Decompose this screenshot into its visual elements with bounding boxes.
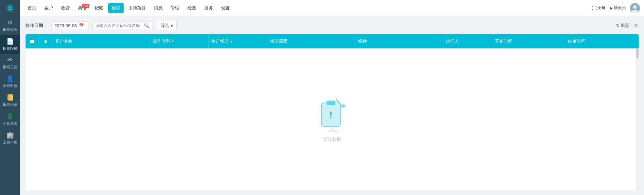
settings-icon: ⚙ xyxy=(44,39,48,44)
nav-invoice[interactable]: 票据 new xyxy=(75,3,90,13)
fullscreen-button[interactable]: ⛶ 全屏 xyxy=(592,5,606,11)
table-body: ! 暂无数据 xyxy=(26,48,639,190)
sidebar-item-baoshui-shezhi[interactable]: ⚙ 报税设置 xyxy=(0,16,20,35)
calendar-icon: 📅 xyxy=(79,23,84,28)
sidebar: ⚙ 报税设置 📄 批量报税 👁 报税总览 👤 个税申报 📒 报税记录 💲 汇算清… xyxy=(0,0,20,195)
member-label: 畅会员 xyxy=(614,5,626,11)
th-client-name: 客户名称 xyxy=(52,34,150,48)
date-value: 2023-06-06 xyxy=(54,23,77,28)
refresh-label: 刷新 xyxy=(621,23,630,29)
sidebar-item-label: 批量报税 xyxy=(3,46,17,51)
empty-state: ! 暂无数据 xyxy=(315,96,349,143)
sidebar-item-baoshui-zonglang[interactable]: 👁 报税总览 xyxy=(0,54,20,72)
sidebar-item-baoshui-jilu[interactable]: 📒 报税记录 xyxy=(0,91,20,110)
date-label: 操作日期： xyxy=(26,23,47,29)
refresh-icon: ↻ xyxy=(616,23,620,28)
nav-settings[interactable]: 设置 xyxy=(218,3,233,13)
nav-home[interactable]: 首页 xyxy=(24,3,40,13)
th-end-time: 结束时间 xyxy=(565,34,639,48)
sidebar-item-label: 报税设置 xyxy=(3,27,17,32)
th-checkbox[interactable] xyxy=(26,34,39,48)
topnav-right: ⛶ 全屏 ▶ 畅会员 xyxy=(592,3,640,13)
sort-icon-exec-status: ▼ xyxy=(230,40,233,43)
th-exec-status[interactable]: 执行状态 ▼ xyxy=(209,34,267,48)
sidebar-item-label: 汇算清缴 xyxy=(3,121,17,126)
invoice-badge: new xyxy=(82,4,89,8)
th-executor: 执行人 xyxy=(443,34,492,48)
member-button[interactable]: ▶ 畅会员 xyxy=(610,5,626,11)
th-settings[interactable]: ⚙ xyxy=(39,34,52,48)
baoshui-jilu-icon: 📒 xyxy=(6,94,14,101)
filter-label: 筛选 xyxy=(161,23,169,29)
search-input[interactable] xyxy=(95,23,142,28)
sort-icon-operation-type: ▼ xyxy=(171,40,175,43)
th-tax-type: 税种 xyxy=(355,34,443,48)
sidebar-item-geshui-shenbao[interactable]: 👤 个税申报 xyxy=(0,72,20,91)
fullscreen-label: 全屏 xyxy=(598,5,606,11)
refresh-button[interactable]: ↻ 刷新 xyxy=(616,23,630,29)
svg-marker-10 xyxy=(342,104,346,108)
date-input[interactable]: 2023-06-06 📅 xyxy=(51,22,88,30)
baoshui-zonglang-icon: 👁 xyxy=(7,56,13,64)
svg-point-12 xyxy=(327,130,339,132)
nav-operation[interactable]: 经营 xyxy=(184,3,200,13)
baoshui-shezhi-icon: ⚙ xyxy=(7,19,13,26)
nav-service[interactable]: 服务 xyxy=(201,3,216,13)
sidebar-item-label: 工商年报 xyxy=(3,140,17,145)
scrollbar-track[interactable] xyxy=(636,48,639,190)
piliang-baoshui-icon: 📄 xyxy=(6,38,14,45)
sidebar-item-label: 报税总览 xyxy=(3,65,17,70)
toolbar: 操作日期： 2023-06-06 📅 🔍 筛选 ▾ ↻ 刷新 ✕ xyxy=(26,21,639,30)
table-container: ⚙ 客户名称 操作类型 ▼ 执行状态 ▼ 错误原因 税种 xyxy=(26,34,639,190)
nav-bookkeeping[interactable]: 记账 xyxy=(91,3,107,13)
toolbar-right: ↻ 刷新 ✕ xyxy=(616,23,639,29)
empty-text: 暂无数据 xyxy=(324,136,341,143)
filter-button[interactable]: 筛选 ▾ xyxy=(157,21,177,30)
fullscreen-icon: ⛶ xyxy=(592,5,597,11)
nav-tax[interactable]: 报税 xyxy=(108,3,124,13)
nav-manage[interactable]: 管理 xyxy=(167,3,183,13)
th-operation-type[interactable]: 操作类型 ▼ xyxy=(150,34,209,48)
top-navigation: 首页 客户 收费 票据 new 记账 报税 工商项目 消息 管理 经营 服务 设… xyxy=(20,0,644,16)
play-icon: ▶ xyxy=(610,6,613,10)
user-avatar[interactable] xyxy=(630,3,640,13)
sidebar-item-piliang-baoshui[interactable]: 📄 批量报税 xyxy=(0,35,20,54)
nav-customer[interactable]: 客户 xyxy=(41,3,56,13)
close-button[interactable]: ✕ xyxy=(634,23,639,29)
table-header: ⚙ 客户名称 操作类型 ▼ 执行状态 ▼ 错误原因 税种 xyxy=(26,34,639,48)
sidebar-item-hisuan-jiaoshu[interactable]: 💲 汇算清缴 xyxy=(0,110,20,129)
th-error-reason: 错误原因 xyxy=(267,34,355,48)
hisuan-jiaoshu-icon: 💲 xyxy=(6,113,14,120)
search-box[interactable]: 🔍 xyxy=(92,22,153,30)
chevron-down-icon: ▾ xyxy=(171,23,173,28)
nav-business[interactable]: 工商项目 xyxy=(125,3,149,13)
content-area: 操作日期： 2023-06-06 📅 🔍 筛选 ▾ ↻ 刷新 ✕ xyxy=(20,16,644,195)
gongshang-nianbao-icon: 🏢 xyxy=(6,131,14,139)
th-start-time: 开始时间 xyxy=(492,34,565,48)
search-icon: 🔍 xyxy=(144,23,149,28)
geshui-shenbao-icon: 👤 xyxy=(6,75,14,82)
select-all-checkbox[interactable] xyxy=(30,39,34,44)
svg-rect-6 xyxy=(327,101,335,105)
sidebar-item-label: 个税申报 xyxy=(3,83,17,88)
nav-fees[interactable]: 收费 xyxy=(58,3,73,13)
empty-illustration: ! xyxy=(315,96,349,133)
main-area: 首页 客户 收费 票据 new 记账 报税 工商项目 消息 管理 经营 服务 设… xyxy=(20,0,644,195)
svg-point-0 xyxy=(6,4,14,12)
sidebar-item-gongshang-nianbao[interactable]: 🏢 工商年报 xyxy=(0,129,20,148)
svg-text:!: ! xyxy=(329,110,332,120)
scrollbar-thumb xyxy=(636,48,639,58)
svg-point-2 xyxy=(633,5,637,9)
app-logo xyxy=(0,0,20,16)
sidebar-item-label: 报税记录 xyxy=(3,102,17,107)
nav-items: 首页 客户 收费 票据 new 记账 报税 工商项目 消息 管理 经营 服务 设… xyxy=(24,3,592,13)
nav-message[interactable]: 消息 xyxy=(151,3,166,13)
